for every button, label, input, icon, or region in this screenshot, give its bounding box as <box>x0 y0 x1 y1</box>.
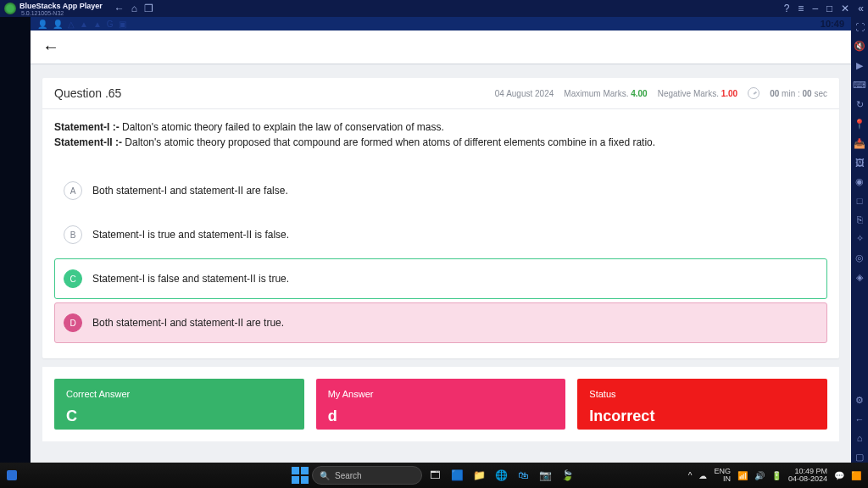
bs-side-location-icon[interactable]: 📍 <box>854 119 865 130</box>
bs-minimize-icon[interactable]: – <box>812 3 818 14</box>
option-b-bubble: B <box>64 225 82 244</box>
bs-menu-icon[interactable]: ≡ <box>798 3 804 14</box>
taskbar-app-icon[interactable]: 🍃 <box>558 466 576 485</box>
bs-side-play-icon[interactable]: ▶ <box>856 60 863 71</box>
status-icon: ▲ <box>80 19 88 29</box>
bluestacks-logo-icon <box>4 3 16 14</box>
bs-side-sync-icon[interactable]: ✧ <box>856 233 864 244</box>
start-button[interactable] <box>292 467 309 484</box>
status-icon: △ <box>68 19 75 29</box>
option-c[interactable]: C Statement-I is false and statement-II … <box>54 258 827 299</box>
taskbar-app-icon[interactable]: 📷 <box>536 466 554 485</box>
bs-side-aim-icon[interactable]: ◎ <box>855 252 864 263</box>
tray-copilot-icon[interactable]: 🟧 <box>851 471 861 480</box>
timer: 00 min : 00 sec <box>770 89 827 98</box>
timer-min: 00 <box>770 89 779 98</box>
tray-cloud-icon[interactable]: ☁ <box>698 471 707 480</box>
correct-answer-value: C <box>66 408 292 425</box>
bs-side-copy-icon[interactable]: ⎘ <box>857 214 863 225</box>
option-d[interactable]: D Both statement-I and statement-II are … <box>54 302 827 343</box>
bs-help-icon[interactable]: ? <box>784 3 790 14</box>
taskbar-app-icon[interactable]: 🗔 <box>426 466 444 485</box>
bluestacks-subtitle: 5.0.121005-N32 <box>21 10 103 16</box>
taskbar-app-icon[interactable]: 🌐 <box>492 466 510 485</box>
bs-side-fullscreen-icon[interactable]: ⛶ <box>855 22 865 32</box>
statement-2-text: Dalton's atomic theory proposed that com… <box>122 136 655 148</box>
bs-side-settings-icon[interactable]: ⚙ <box>855 395 864 406</box>
bs-maximize-icon[interactable]: □ <box>826 3 832 14</box>
taskbar-app-icon[interactable]: 🟦 <box>448 466 466 485</box>
my-answer-value: d <box>328 408 554 425</box>
options-list: A Both statement-I and statement-II are … <box>42 164 839 358</box>
status-icon: 👤 <box>37 19 47 29</box>
taskbar-search[interactable]: 🔍 Search <box>312 466 422 485</box>
bs-side-volume-icon[interactable]: 🔇 <box>854 41 865 52</box>
bs-side-keyboard-icon[interactable]: ⌨ <box>853 80 866 91</box>
max-marks-label: Maximum Marks. <box>564 89 628 98</box>
bs-collapse-icon[interactable]: « <box>858 3 864 14</box>
status-value: Incorrect <box>589 408 815 425</box>
bluestacks-title: BlueStacks App Player <box>19 2 103 10</box>
taskbar-app-icon[interactable]: 📁 <box>470 466 488 485</box>
timer-sec: 00 <box>803 89 812 98</box>
question-header: Question .65 04 August 2024 Maximum Mark… <box>42 78 839 109</box>
taskbar-app-icon[interactable]: 🛍 <box>514 466 532 485</box>
bs-side-install-icon[interactable]: 📥 <box>854 138 865 149</box>
tray-language[interactable]: ENG IN <box>714 468 731 484</box>
tray-battery-icon[interactable]: 🔋 <box>771 471 782 480</box>
search-icon: 🔍 <box>320 471 330 480</box>
bs-side-home-icon[interactable]: ⌂ <box>857 433 863 443</box>
tray-clock[interactable]: 10:49 PM 04-08-2024 <box>788 468 827 484</box>
option-b-text: Statement-I is true and statement-II is … <box>92 229 289 241</box>
bs-side-rotate-icon[interactable]: ↻ <box>856 99 864 110</box>
app-header: ← <box>31 30 851 64</box>
question-date: 04 August 2024 <box>495 89 554 98</box>
correct-answer-tile: Correct Answer C <box>54 379 304 430</box>
tray-notify-icon[interactable]: 💬 <box>834 471 844 480</box>
status-tile: Status Incorrect <box>577 379 827 430</box>
option-b[interactable]: B Statement-I is true and statement-II i… <box>54 214 827 255</box>
statement-2-label: Statement-II :- <box>54 136 122 148</box>
question-body: Statement-I :- Dalton's atomic theory fa… <box>42 109 839 164</box>
search-placeholder: Search <box>335 471 362 480</box>
status-icon: G <box>107 19 114 29</box>
tray-date: 04-08-2024 <box>788 475 827 483</box>
bs-side-recent-icon[interactable]: ▢ <box>855 452 864 463</box>
status-label: Status <box>589 389 815 399</box>
bs-recent-icon[interactable]: ❐ <box>144 3 153 14</box>
question-label: Question . <box>54 86 108 100</box>
app-back-button[interactable]: ← <box>42 37 59 57</box>
status-icon: ▲ <box>93 19 102 29</box>
bs-side-multi-icon[interactable]: □ <box>857 196 863 206</box>
option-a[interactable]: A Both statement-I and statement-II are … <box>54 170 827 211</box>
timer-icon <box>748 87 760 99</box>
emulator-viewport: 👤 👤 △ ▲ ▲ G ▣ 10:49 ← Question .65 0 <box>31 17 851 463</box>
bs-side-diamond-icon[interactable]: ◈ <box>856 272 863 283</box>
tray-wifi-icon[interactable]: 📶 <box>737 471 748 480</box>
statement-1-label: Statement-I :- <box>54 121 120 133</box>
bs-side-media-icon[interactable]: 🖼 <box>855 158 865 168</box>
question-card: Question .65 04 August 2024 Maximum Mark… <box>42 78 839 358</box>
windows-taskbar: 🔍 Search 🗔 🟦 📁 🌐 🛍 📷 🍃 ^ ☁ ENG IN 📶 🔊 🔋 … <box>0 463 868 488</box>
bs-close-icon[interactable]: ✕ <box>841 3 849 14</box>
option-c-bubble: C <box>64 269 82 288</box>
neg-marks-value: 1.00 <box>721 89 737 98</box>
bs-side-record-icon[interactable]: ◉ <box>855 176 864 187</box>
statement-1-text: Dalton's atomic theory failed to explain… <box>120 121 444 133</box>
taskbar-center: 🔍 Search 🗔 🟦 📁 🌐 🛍 📷 🍃 <box>292 466 576 485</box>
option-c-text: Statement-I is false and statement-II is… <box>92 273 289 285</box>
my-answer-label: My Answer <box>328 389 554 399</box>
question-meta: 04 August 2024 Maximum Marks. 4.00 Negat… <box>495 87 827 99</box>
option-a-bubble: A <box>64 181 82 200</box>
bs-home-icon[interactable]: ⌂ <box>131 3 137 14</box>
android-status-bar: 👤 👤 △ ▲ ▲ G ▣ 10:49 <box>31 17 851 30</box>
bluestacks-titlebar: BlueStacks App Player 5.0.121005-N32 ← ⌂… <box>0 0 868 17</box>
status-icon: 👤 <box>53 19 63 29</box>
app-content: Question .65 04 August 2024 Maximum Mark… <box>31 64 851 463</box>
question-title: Question .65 <box>54 86 121 100</box>
taskbar-pinned-icon[interactable] <box>7 470 17 480</box>
tray-volume-icon[interactable]: 🔊 <box>754 471 765 480</box>
tray-chevron-icon[interactable]: ^ <box>688 471 693 480</box>
bs-side-back-icon[interactable]: ← <box>855 414 865 424</box>
bs-back-icon[interactable]: ← <box>114 3 125 14</box>
